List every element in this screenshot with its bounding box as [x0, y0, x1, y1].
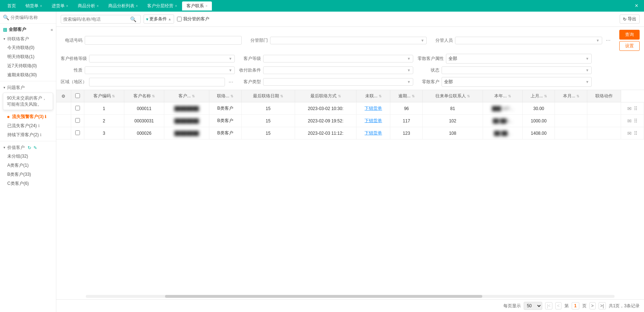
tab-analysis[interactable]: 商品分析 ×	[73, 1, 103, 11]
tab-sales-close[interactable]: ×	[40, 4, 42, 8]
row-checkbox-1[interactable]	[75, 118, 80, 123]
more-dots-1[interactable]: ···	[604, 37, 612, 44]
select-all-checkbox[interactable]	[75, 93, 80, 98]
sidebar-item-7days[interactable]: 近7天待联络(0)	[0, 61, 56, 70]
tab-home[interactable]: 首页	[3, 1, 20, 11]
col-contact-person[interactable]: 往来单位联系人 ⇅	[423, 90, 483, 102]
my-customers-checkbox-wrap[interactable]: 我分管的客户	[177, 16, 209, 22]
filter-select-nature[interactable]: ▼	[85, 66, 235, 74]
col-last-month[interactable]: 上月... ⇅	[523, 90, 555, 102]
pagination-last[interactable]: >|	[599, 302, 606, 309]
sidebar-group-value[interactable]: ▼ 价值客户 ↻ ✎	[0, 143, 56, 152]
row-checkbox-0[interactable]	[75, 106, 80, 110]
filter-select-scatter-attr[interactable]: 全部 ▼	[446, 54, 592, 64]
page-size-select[interactable]: 50 20 100	[524, 302, 542, 310]
cell-last-method-1[interactable]: 下销货单	[357, 115, 390, 127]
more-action-icon-0[interactable]: ⠿	[634, 106, 637, 112]
sidebar-collapse-button[interactable]: «	[51, 27, 53, 32]
edit-icon-sidebar[interactable]: ✎	[33, 145, 37, 150]
col-type[interactable]: 客户... ⇅	[164, 90, 209, 102]
col-code[interactable]: 客户编码 ⇅	[84, 90, 124, 102]
cell-check-1[interactable]	[71, 115, 84, 127]
sidebar-item-churned[interactable]: 已流失客户(24) ℹ	[0, 121, 56, 130]
sidebar-search-input[interactable]	[11, 15, 56, 20]
col-name[interactable]: 客户名称 ⇅	[124, 90, 164, 102]
link-last-method-0[interactable]: 下销货单	[365, 106, 382, 111]
pagination-next[interactable]: >	[589, 302, 596, 309]
window-close-button[interactable]: ×	[632, 3, 641, 9]
info-icon-3: ℹ	[40, 133, 41, 137]
horizontal-scrollbar[interactable]	[86, 295, 615, 298]
pagination-prev[interactable]: <	[555, 302, 562, 309]
filter-input-region[interactable]	[89, 78, 225, 86]
tab-customer-contact-close[interactable]: ×	[205, 4, 208, 8]
query-button[interactable]: 查询	[619, 30, 640, 40]
sidebar-item-overdue[interactable]: 逾期未联络(30)	[0, 70, 56, 80]
sidebar-item-a-class[interactable]: A类客户(1)	[0, 161, 56, 170]
more-action-icon-2[interactable]: ⠿	[634, 130, 637, 136]
sidebar-item-b-class[interactable]: B类客户(33)	[0, 170, 56, 179]
sidebar-item-tomorrow[interactable]: 明天待联络(1)	[0, 52, 56, 61]
cell-check-0[interactable]	[71, 102, 84, 115]
tab-purchase[interactable]: 进货单 ×	[47, 1, 73, 11]
cell-code-0: 000011	[124, 102, 164, 115]
col-last-method[interactable]: 最后联络方式 ⇅	[295, 90, 356, 102]
filter-select-dept[interactable]: ▼	[270, 37, 427, 44]
col-check[interactable]	[71, 90, 84, 102]
filter-label-status: 状态	[418, 67, 439, 73]
filter-select-status[interactable]: ▼	[442, 66, 592, 74]
my-customers-checkbox[interactable]	[177, 17, 182, 21]
pagination-first[interactable]: |<	[545, 302, 552, 309]
more-action-icon-1[interactable]: ⠿	[634, 118, 637, 124]
tab-analysis-close[interactable]: ×	[97, 4, 99, 8]
link-last-method-1[interactable]: 下销货单	[365, 118, 382, 123]
search-icon[interactable]: 🔍	[130, 16, 136, 22]
sidebar-item-declining[interactable]: 持续下滑客户(2) ℹ	[0, 130, 56, 139]
link-last-method-2[interactable]: 下销货单	[365, 130, 382, 135]
refresh-icon-sidebar[interactable]: ↻	[28, 145, 31, 150]
sidebar-item-today[interactable]: 今天待联络(0)	[0, 43, 56, 52]
filter-select-customer-level[interactable]: ▼	[263, 55, 413, 62]
col-last-date[interactable]: 最后联络日期 ⇅	[241, 90, 295, 102]
tab-purchase-close[interactable]: ×	[66, 4, 68, 8]
row-checkbox-2[interactable]	[75, 130, 80, 135]
col-unlink-days[interactable]: 未联... ⇅	[357, 90, 390, 102]
more-dots-2[interactable]: ···	[227, 79, 235, 85]
filter-select-payment[interactable]: ▼	[263, 66, 413, 74]
filter-select-scatter-customer[interactable]: 全部 ▼	[442, 77, 592, 87]
export-button[interactable]: ↻ 导出	[620, 15, 640, 24]
sidebar-root-title[interactable]: ⊞ 全部客户 «	[0, 24, 56, 34]
tab-analysis-list-close[interactable]: ×	[136, 4, 138, 8]
filter-select-price-level[interactable]: ▼	[89, 55, 235, 62]
filter-input-phone[interactable]	[85, 36, 242, 45]
cell-check-2[interactable]	[71, 127, 84, 139]
col-year-amt[interactable]: 本年... ⇅	[483, 90, 523, 102]
tab-analysis-list[interactable]: 商品分析列表 ×	[104, 1, 142, 11]
sidebar-item-ungroup[interactable]: 未分组(32)	[0, 152, 56, 161]
search-input[interactable]	[63, 17, 129, 22]
cell-last-method-0[interactable]: 下销货单	[357, 102, 390, 115]
col-this-month[interactable]: 本月... ⇅	[555, 90, 587, 102]
cell-last-method-2[interactable]: 下销货单	[357, 127, 390, 139]
col-overdue[interactable]: 逾期... ⇅	[390, 90, 423, 102]
filter-select-customer-type[interactable]: ▼	[263, 78, 413, 86]
tab-sales[interactable]: 销货单 ×	[21, 1, 47, 11]
contact-action-icon-2[interactable]: ✉	[627, 130, 632, 136]
chevron-down-icon-4: ▼	[407, 57, 411, 61]
filter-select-manager[interactable]: ▼	[455, 37, 602, 44]
sidebar-item-churn-warning[interactable]: 流失预警客户(3) ℹ	[0, 112, 56, 121]
sidebar-group-problem[interactable]: ▼ 问题客户	[0, 83, 56, 92]
contact-action-icon-0[interactable]: ✉	[627, 106, 632, 112]
tab-customer-tier-close[interactable]: ×	[175, 4, 177, 8]
sidebar-item-ungroup-label: 未分组(32)	[7, 154, 28, 159]
sidebar-item-c-class[interactable]: C类客户(6)	[0, 179, 56, 188]
settings-button[interactable]: 设置	[619, 41, 640, 51]
col-contact[interactable]: 联络... ⇅	[209, 90, 241, 102]
contact-action-icon-1[interactable]: ✉	[627, 118, 632, 124]
sidebar-group-pending[interactable]: ▼ 待联络客户	[0, 34, 56, 43]
tab-customer-contact[interactable]: 客户联系 ×	[182, 1, 212, 11]
tab-customer-tier[interactable]: 客户分层经营 ×	[143, 1, 181, 11]
col-gear[interactable]: ⚙	[56, 90, 71, 102]
more-filter-button[interactable]: ▾ 更多条件 ▲	[144, 15, 174, 24]
scrollbar-thumb[interactable]	[165, 295, 482, 298]
